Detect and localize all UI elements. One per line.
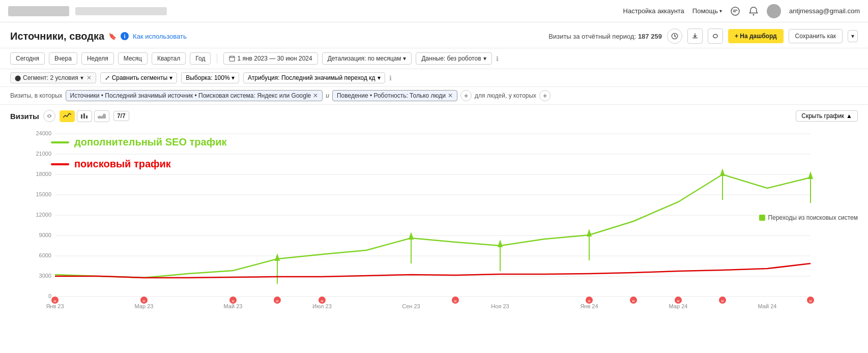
dashboard-btn[interactable]: + На дашборд — [728, 29, 784, 43]
condition-label: Визиты, в которых — [10, 92, 63, 99]
attr-btn[interactable]: Атрибуция: Последний значимый переход кд… — [243, 72, 385, 83]
tag2-close-btn[interactable]: ✕ — [448, 92, 453, 99]
svg-text:Ноя 23: Ноя 23 — [491, 303, 509, 309]
svg-text:Май 24: Май 24 — [758, 303, 777, 309]
svg-text:ж: ж — [721, 299, 724, 303]
svg-text:ж: ж — [677, 299, 680, 303]
sample-btn[interactable]: Выборка: 100% ▾ — [181, 72, 239, 83]
svg-text:ж: ж — [809, 299, 812, 303]
svg-text:ж: ж — [232, 299, 235, 303]
refresh-chart-btn[interactable] — [43, 110, 55, 122]
top-nav: Настройка аккаунта Помощь ▾ antjmessag@g… — [0, 0, 868, 22]
svg-text:ж: ж — [588, 299, 591, 303]
chart-right-legend: Переходы из поисковых систем — [759, 214, 858, 221]
green-line — [55, 174, 811, 278]
svg-text:ж: ж — [276, 299, 279, 303]
compare-btn[interactable]: ⤢ Сравнить сегменты ▾ — [100, 72, 178, 83]
save-dropdown-btn[interactable]: ▾ — [848, 30, 858, 42]
filter-year[interactable]: Год — [190, 52, 211, 65]
svg-text:3000: 3000 — [39, 273, 51, 279]
page-header-right: Визиты за отчётный период: 187 259 + На … — [548, 28, 858, 44]
svg-text:ж: ж — [53, 299, 56, 303]
chevron-detail-icon: ▾ — [403, 55, 406, 62]
condition-tag-1: Источники • Последний значимый источник … — [66, 90, 323, 101]
series-count[interactable]: 7/7 — [113, 111, 129, 121]
chevron-sample-icon: ▾ — [232, 74, 235, 81]
svg-text:21000: 21000 — [36, 151, 51, 157]
info-link[interactable]: Как использовать — [133, 33, 187, 40]
clock-btn[interactable] — [667, 28, 682, 44]
date-range-label: 1 янв 2023 — 30 июн 2024 — [237, 55, 312, 62]
filter-yesterday[interactable]: Вчера — [49, 52, 77, 65]
segment-icon: ⬤ — [15, 75, 21, 81]
help-link[interactable]: Помощь ▾ — [692, 7, 722, 15]
logo — [8, 6, 69, 16]
svg-text:0: 0 — [48, 293, 51, 299]
svg-marker-65 — [720, 168, 725, 176]
chevron-attr-icon: ▾ — [378, 74, 381, 81]
page-title: Источники, сводка — [10, 31, 104, 42]
svg-rect-3 — [229, 56, 235, 61]
legend-red-line — [51, 163, 69, 165]
svg-text:Май 23: Май 23 — [224, 303, 243, 309]
legend-red-item: поисковый трафик — [51, 158, 226, 170]
info-icon: i — [121, 32, 129, 40]
legend-sq-icon — [759, 215, 765, 221]
top-nav-right: Настройка аккаунта Помощь ▾ antjmessag@g… — [623, 4, 860, 18]
svg-marker-63 — [587, 229, 592, 237]
line-chart-btn[interactable] — [60, 110, 75, 122]
svg-text:15000: 15000 — [36, 191, 51, 197]
refresh-btn[interactable] — [708, 28, 723, 44]
svg-text:Янв 23: Янв 23 — [46, 303, 64, 309]
svg-marker-67 — [808, 171, 813, 179]
svg-text:ж: ж — [632, 299, 635, 303]
chevron-hide-icon: ▲ — [846, 112, 852, 120]
svg-text:12000: 12000 — [36, 212, 51, 218]
segment-tag[interactable]: ⬤ Сегмент: 2 условия ▾ ✕ — [10, 72, 96, 83]
svg-rect-5 — [83, 113, 85, 119]
settings-link[interactable]: Настройка аккаунта — [623, 7, 684, 15]
legend-red-label: поисковый трафик — [74, 158, 171, 170]
chart-title-area: Визиты 7/7 — [10, 110, 129, 122]
condition-bar: Визиты, в которых Источники • Последний … — [0, 87, 868, 105]
chart-section: Визиты 7/7 Скрыть график ▲ — [0, 105, 868, 314]
save-btn[interactable]: Сохранить как — [789, 29, 843, 43]
chevron-down-icon: ▾ — [719, 8, 722, 14]
right-legend-label: Переходы из поисковых систем — [768, 214, 858, 221]
svg-text:ж: ж — [454, 299, 457, 303]
tag1-close-btn[interactable]: ✕ — [313, 92, 318, 99]
detail-btn[interactable]: Детализация: по месяцам ▾ — [322, 52, 412, 65]
filter-quarter[interactable]: Квартал — [152, 52, 186, 65]
filter-month[interactable]: Месяц — [118, 52, 148, 65]
svg-text:Сен 23: Сен 23 — [402, 303, 420, 309]
legend-green-line — [51, 141, 69, 143]
condition-extra: для людей, у которых — [475, 92, 536, 99]
svg-text:24000: 24000 — [36, 130, 51, 136]
page-title-area: Источники, сводка 🔖 i Как использовать — [10, 31, 187, 42]
chart-legend: дополнительный SEO трафик поисковый траф… — [51, 136, 226, 170]
add-extra-btn[interactable]: + — [539, 90, 551, 101]
filter-week[interactable]: Неделя — [81, 52, 114, 65]
download-btn[interactable] — [687, 28, 703, 44]
svg-point-1 — [753, 14, 755, 15]
chevron-segment-icon: ▾ — [80, 74, 83, 81]
chart-controls — [60, 110, 109, 122]
svg-rect-4 — [81, 114, 82, 119]
segment-close-btn[interactable]: ✕ — [86, 74, 92, 81]
filter-today[interactable]: Сегодня — [10, 52, 45, 65]
date-range-btn[interactable]: 1 янв 2023 — 30 июн 2024 — [223, 52, 317, 65]
bar-chart-btn[interactable] — [77, 110, 92, 122]
hide-chart-btn[interactable]: Скрыть график ▲ — [796, 110, 858, 122]
svg-text:18000: 18000 — [36, 171, 51, 177]
attr-info-icon: ℹ — [389, 74, 392, 82]
page-header: Источники, сводка 🔖 i Как использовать В… — [0, 22, 868, 48]
add-condition-btn[interactable]: + — [460, 90, 472, 101]
bookmark-icon[interactable]: 🔖 — [108, 33, 117, 40]
data-info-icon: ℹ — [496, 55, 499, 63]
svg-text:Янв 24: Янв 24 — [580, 303, 598, 309]
bell-icon[interactable] — [748, 6, 759, 16]
data-btn[interactable]: Данные: без роботов ▾ — [416, 52, 491, 65]
area-chart-btn[interactable] — [94, 110, 109, 122]
chat-icon[interactable] — [730, 6, 740, 16]
svg-rect-6 — [86, 115, 88, 119]
